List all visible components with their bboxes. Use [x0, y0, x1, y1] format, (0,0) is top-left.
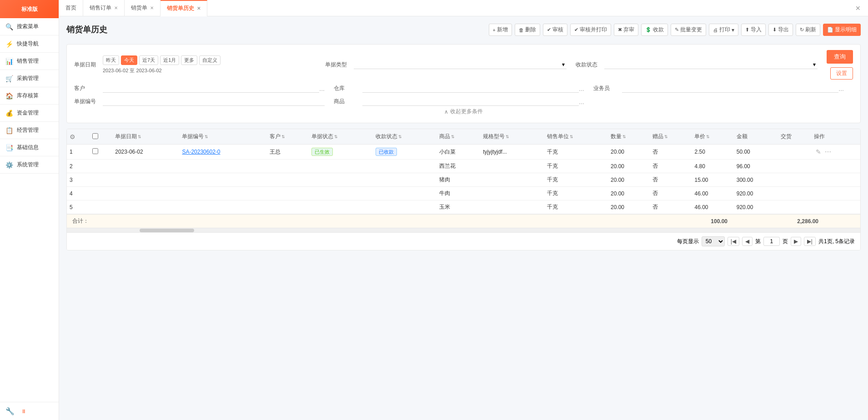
tab-sales-history[interactable]: 销货单历史 ✕	[161, 0, 207, 16]
close-sales-order-icon[interactable]: ✕	[114, 5, 118, 10]
filter-settings-button[interactable]: 设置	[830, 67, 853, 80]
tab-home[interactable]: 首页	[59, 0, 83, 16]
date-btn-today[interactable]: 今天	[121, 55, 137, 65]
filter-customer-input[interactable]	[103, 84, 319, 93]
col-doc-date[interactable]: 单据日期⇅	[112, 129, 179, 145]
filter-receipt-status-label: 收款状态	[576, 61, 601, 69]
show-details-button[interactable]: 📄 显示明细	[823, 24, 861, 36]
cell-docnum-0[interactable]: SA-20230602-0	[179, 145, 267, 160]
cell-cb-2[interactable]	[90, 173, 112, 187]
pause-icon[interactable]: ⏸	[21, 408, 26, 415]
date-btn-custom[interactable]: 自定义	[199, 55, 221, 65]
sidebar-item-quick-nav[interactable]: ⚡ 快捷导航	[0, 35, 59, 53]
warehouse-dots[interactable]: ...	[579, 85, 584, 92]
cell-price-4: 46.00	[692, 200, 733, 214]
purchase-mgmt-icon: 🛒	[5, 75, 13, 82]
cell-goods-1: 西兰花	[437, 160, 480, 173]
cell-cb-1[interactable]	[90, 160, 112, 173]
cell-gift-2: 否	[650, 173, 692, 187]
filter-doc-number-input[interactable]	[103, 97, 325, 106]
sidebar-operations-label: 经营管理	[17, 126, 39, 134]
sidebar-item-basic-info[interactable]: 📑 基础信息	[0, 139, 59, 156]
cell-docnum-4	[179, 200, 267, 214]
cell-gift-0: 否	[650, 145, 692, 160]
sidebar-search[interactable]: 🔍 搜索菜单	[0, 18, 59, 35]
cell-cb-4[interactable]	[90, 200, 112, 214]
print-button[interactable]: 🖨 打印 ▾	[709, 24, 738, 36]
select-all-checkbox[interactable]	[92, 133, 98, 139]
tab-sales-order[interactable]: 销售订单 ✕	[83, 0, 125, 16]
customer-dots[interactable]: ...	[319, 85, 325, 92]
date-btn-7days[interactable]: 近7天	[139, 55, 158, 65]
sort-spec-icon: ⇅	[506, 135, 509, 139]
close-all-tabs-button[interactable]: ✕	[852, 5, 864, 12]
filter-goods-input[interactable]	[362, 97, 579, 106]
date-btn-more[interactable]: 更多	[181, 55, 197, 65]
prev-page-button[interactable]: ◀	[742, 237, 753, 246]
close-sales-delivery-icon[interactable]: ✕	[150, 5, 154, 10]
sidebar-item-sys-mgmt[interactable]: ⚙️ 系统管理	[0, 156, 59, 174]
col-receipt-status[interactable]: 收款状态⇅	[373, 129, 437, 145]
export-button[interactable]: ⬇ 导出	[768, 24, 793, 36]
col-qty[interactable]: 数量⇅	[608, 129, 650, 145]
next-page-button[interactable]: ▶	[791, 237, 801, 246]
refresh-button[interactable]: ↻ 刷新	[796, 24, 820, 36]
date-btn-1month[interactable]: 近1月	[160, 55, 179, 65]
import-button[interactable]: ⬆ 导入	[741, 24, 766, 36]
col-unit[interactable]: 销售单位⇅	[544, 129, 608, 145]
cell-seq-1: 2	[67, 160, 90, 173]
salesperson-dots[interactable]: ...	[838, 85, 844, 92]
sidebar-item-finance[interactable]: 💰 资金管理	[0, 105, 59, 122]
col-goods[interactable]: 商品⇅	[437, 129, 480, 145]
goods-dots[interactable]: ...	[579, 98, 584, 105]
last-page-button[interactable]: ▶|	[804, 237, 816, 246]
table-settings-icon[interactable]: ⚙	[70, 133, 75, 140]
receive-button[interactable]: 💲 收款	[641, 24, 668, 36]
cell-cb-0[interactable]	[90, 145, 112, 160]
review-button[interactable]: ✔ 审核	[543, 24, 567, 36]
query-button[interactable]: 查询	[827, 50, 853, 64]
date-btn-yesterday[interactable]: 昨天	[103, 55, 119, 65]
table-row: 12023-06-02SA-20230602-0王总已生效已收款小白菜tyjyj…	[67, 145, 860, 160]
cell-customer-0: 王总	[267, 145, 309, 160]
filter-warehouse-input[interactable]	[362, 84, 579, 93]
close-sales-history-icon[interactable]: ✕	[197, 6, 201, 11]
review-print-button[interactable]: ✔ 审核并打印	[570, 24, 611, 36]
sidebar-item-sales-mgmt[interactable]: 📊 销售管理	[0, 53, 59, 70]
sort-goods-icon: ⇅	[451, 135, 455, 139]
sidebar-inventory-label: 库存核算	[17, 92, 39, 100]
tab-sales-delivery[interactable]: 销货单 ✕	[125, 0, 161, 16]
col-checkbox[interactable]	[90, 129, 112, 145]
delete-button[interactable]: 🗑 删除	[515, 24, 540, 36]
col-spec[interactable]: 规格型号⇅	[480, 129, 544, 145]
collapse-button[interactable]: ∧ 收起更多条件	[444, 108, 483, 115]
col-gift[interactable]: 赠品⇅	[650, 129, 692, 145]
sidebar-item-operations[interactable]: 📋 经营管理	[0, 122, 59, 139]
filter-doc-type-select[interactable]: ▾	[354, 60, 567, 69]
edit-action-btn[interactable]: ✎	[814, 147, 823, 156]
more-action-btn[interactable]: ⋯	[823, 147, 833, 156]
filter-salesperson-input[interactable]	[622, 84, 838, 93]
add-button[interactable]: + 新增	[489, 24, 512, 36]
col-doc-status[interactable]: 单据状态⇅	[309, 129, 372, 145]
cell-qty-0: 20.00	[608, 145, 650, 160]
cell-cb-3[interactable]	[90, 187, 112, 200]
horizontal-scrollbar[interactable]	[67, 228, 860, 232]
col-customer[interactable]: 客户⇅	[267, 129, 309, 145]
discard-button[interactable]: ✖ 弃审	[614, 24, 638, 36]
cell-unit-1: 千克	[544, 160, 608, 173]
page-title: 销货单历史	[66, 24, 107, 35]
current-page-input[interactable]	[763, 237, 780, 246]
cell-docnum-1	[179, 160, 267, 173]
first-page-button[interactable]: |◀	[728, 237, 739, 246]
settings-bottom-icon[interactable]: 🔧	[5, 407, 15, 415]
col-price[interactable]: 单价⇅	[692, 129, 733, 145]
col-doc-number[interactable]: 单据编号⇅	[179, 129, 267, 145]
col-settings[interactable]: ⚙	[67, 129, 90, 145]
sidebar-item-purchase-mgmt[interactable]: 🛒 采购管理	[0, 70, 59, 87]
batch-change-button[interactable]: ✎ 批量变更	[671, 24, 706, 36]
filter-receipt-status-select[interactable]: ▾	[604, 60, 818, 69]
page-size-select[interactable]: 50 10 20 100	[702, 236, 725, 246]
date-options-group: 昨天 今天 近7天 近1月 更多 自定义	[103, 55, 316, 65]
sidebar-item-inventory[interactable]: 🏠 库存核算	[0, 87, 59, 105]
